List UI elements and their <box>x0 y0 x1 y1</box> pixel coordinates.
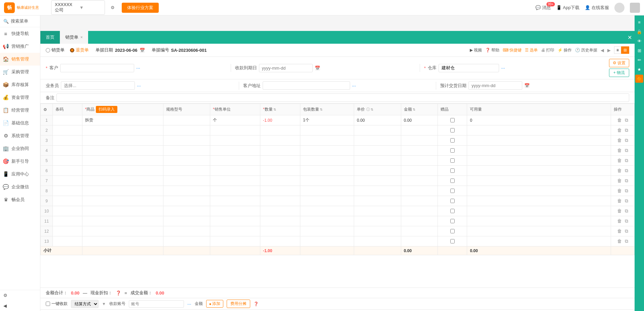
app-download-button[interactable]: 📱 App下载 <box>556 5 579 11</box>
cell-barcode-2[interactable] <box>53 125 82 135</box>
cell-barcode-3[interactable] <box>53 135 82 146</box>
radio-sales-input[interactable] <box>46 48 50 52</box>
cell-amount-1[interactable]: 0.00 <box>401 115 438 125</box>
note-input[interactable] <box>56 93 629 102</box>
cell-unit-13[interactable] <box>210 236 260 246</box>
cell-gift-6[interactable] <box>438 166 467 176</box>
col-settings[interactable]: ⚙ <box>41 104 53 115</box>
right-sidebar-btn-5[interactable]: ✏ <box>635 56 643 64</box>
customer-dots-icon[interactable]: ··· <box>136 65 140 71</box>
cell-amount-8[interactable] <box>401 186 438 196</box>
cell-unit-1[interactable]: 个 <box>210 115 260 125</box>
cell-barcode-13[interactable] <box>53 236 82 246</box>
expected-date-input[interactable] <box>468 81 522 90</box>
close-all-tabs[interactable]: ✕ <box>628 34 632 41</box>
cell-spec-7[interactable] <box>163 176 210 186</box>
cell-product-2[interactable] <box>82 125 163 135</box>
cell-pkg-qty-10[interactable] <box>300 206 354 216</box>
cell-barcode-10[interactable] <box>53 206 82 216</box>
cell-product-9[interactable] <box>82 196 163 206</box>
cell-barcode-6[interactable] <box>53 166 82 176</box>
cell-pkg-qty-11[interactable] <box>300 216 354 226</box>
cell-qty-7[interactable] <box>260 176 300 186</box>
calendar-icon[interactable]: 📅 <box>140 48 145 53</box>
cell-unit-price-8[interactable] <box>354 186 401 196</box>
customer-input[interactable] <box>60 64 134 72</box>
user-avatar[interactable] <box>614 3 624 13</box>
cell-unit-price-12[interactable] <box>354 226 401 236</box>
message-button[interactable]: 💬 消息 99+ <box>535 5 551 11</box>
cell-unit-price-4[interactable] <box>354 146 401 156</box>
delete-row-btn-3[interactable]: 🗑 <box>616 137 623 144</box>
delete-row-btn-2[interactable]: 🗑 <box>616 127 623 133</box>
topbar-settings-icon[interactable]: ⚙ <box>108 3 118 13</box>
sidebar-item-marketing[interactable]: 📢 营销推广 <box>0 40 40 53</box>
cell-pkg-qty-1[interactable]: 1个 <box>300 115 354 125</box>
right-sidebar-btn-6[interactable]: ★ <box>635 65 643 73</box>
delete-row-btn-7[interactable]: 🗑 <box>616 177 623 184</box>
cell-unit-11[interactable] <box>210 216 260 226</box>
trial-button[interactable]: 体验行业方案 <box>122 3 159 13</box>
cell-barcode-1[interactable] <box>53 115 82 125</box>
cell-product-12[interactable] <box>82 226 163 236</box>
delete-row-btn-12[interactable]: 🗑 <box>616 228 623 234</box>
cell-barcode-9[interactable] <box>53 196 82 206</box>
action-print[interactable]: 🖨 打印 <box>541 47 554 53</box>
cell-gift-1[interactable] <box>438 115 467 125</box>
list-view-btn[interactable]: ≡ <box>614 46 621 54</box>
action-shortcut[interactable]: ⌨ 快捷键 <box>503 47 522 53</box>
cell-spec-5[interactable] <box>163 156 210 166</box>
cell-barcode-7[interactable] <box>53 176 82 186</box>
cell-pkg-qty-8[interactable] <box>300 186 354 196</box>
cell-unit-2[interactable] <box>210 125 260 135</box>
copy-row-btn-7[interactable]: ⧉ <box>624 177 629 184</box>
cell-gift-10[interactable] <box>438 206 467 216</box>
cell-barcode-4[interactable] <box>53 146 82 156</box>
cell-barcode-12[interactable] <box>53 226 82 236</box>
logistics-button[interactable]: + 物流 <box>609 69 629 77</box>
address-input[interactable] <box>263 81 350 90</box>
delete-row-btn-8[interactable]: 🗑 <box>616 187 623 194</box>
delete-row-btn-10[interactable]: 🗑 <box>616 207 623 214</box>
cell-unit-price-3[interactable] <box>354 135 401 146</box>
cell-unit-4[interactable] <box>210 146 260 156</box>
action-operate[interactable]: ⚡ 操作 <box>558 47 572 53</box>
cell-pkg-qty-9[interactable] <box>300 196 354 206</box>
action-choose[interactable]: ☰ 选单 <box>525 47 538 53</box>
cell-amount-3[interactable] <box>401 135 438 146</box>
cell-unit-9[interactable] <box>210 196 260 206</box>
cell-pkg-qty-2[interactable] <box>300 125 354 135</box>
sidebar-item-enterprise[interactable]: 🏢 企业协同 <box>0 142 40 155</box>
radio-return-input[interactable] <box>70 48 74 52</box>
right-sidebar-btn-1[interactable]: ≡ <box>635 18 643 26</box>
cell-gift-8[interactable] <box>438 186 467 196</box>
cell-qty-11[interactable] <box>260 216 300 226</box>
radio-return-order[interactable]: 退货单 <box>70 47 89 53</box>
cell-gift-13[interactable] <box>438 236 467 246</box>
copy-row-btn-8[interactable]: ⧉ <box>624 187 629 194</box>
copy-row-btn-2[interactable]: ⧉ <box>624 127 629 134</box>
account-dots-icon[interactable]: ··· <box>187 301 191 307</box>
cell-gift-5[interactable] <box>438 156 467 166</box>
help-icon2[interactable]: ❓ <box>116 290 121 296</box>
cell-pkg-qty-6[interactable] <box>300 166 354 176</box>
cell-spec-4[interactable] <box>163 146 210 156</box>
cell-spec-3[interactable] <box>163 135 210 146</box>
add-payment-button[interactable]: ● 添加 <box>206 300 223 308</box>
delete-row-btn-4[interactable]: 🗑 <box>616 147 623 154</box>
sidebar-item-guide[interactable]: 🎯 新手引导 <box>0 155 40 168</box>
cell-qty-2[interactable] <box>260 125 300 135</box>
action-help[interactable]: ❓ 帮助 <box>485 47 499 53</box>
cell-amount-4[interactable] <box>401 146 438 156</box>
sidebar-search[interactable]: 🔍 搜索菜单 <box>0 15 40 27</box>
next-record-icon[interactable]: ▶ <box>607 48 611 53</box>
cell-unit-price-10[interactable] <box>354 206 401 216</box>
delete-row-btn-1[interactable]: 🗑 <box>616 117 623 123</box>
cell-gift-4[interactable] <box>438 146 467 156</box>
copy-row-btn-13[interactable]: ⧉ <box>624 238 629 245</box>
cell-pkg-qty-3[interactable] <box>300 135 354 146</box>
cell-spec-2[interactable] <box>163 125 210 135</box>
copy-row-btn-5[interactable]: ⧉ <box>624 157 629 164</box>
cell-unit-price-6[interactable] <box>354 166 401 176</box>
cell-qty-9[interactable] <box>260 196 300 206</box>
